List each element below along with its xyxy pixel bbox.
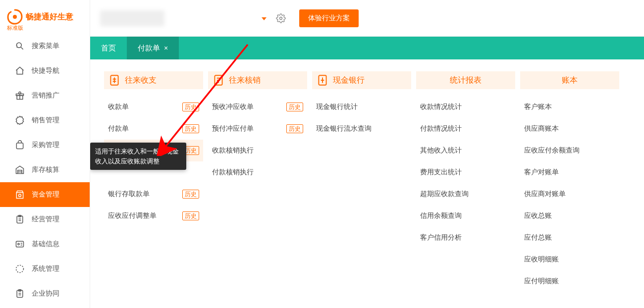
menu-item[interactable]: 客户账本 [520, 96, 619, 118]
main-content: 往来收支 收款单历史付款单历史其他收入单?历史费用支出单历史银行存取款单历史应收… [90, 59, 644, 308]
help-tooltip: 适用于往来收入和一般性现金收入以及应收账款调整 [90, 143, 186, 170]
history-tag[interactable]: 历史 [182, 103, 199, 111]
svg-point-1 [13, 15, 17, 19]
sidebar-item-sales-mgmt[interactable]: 销售管理 [0, 108, 90, 133]
history-tag[interactable]: 历史 [182, 211, 199, 220]
menu-item-label: 客户对账单 [524, 168, 559, 177]
menu-item-label: 供应商对账单 [524, 190, 566, 199]
tab-home[interactable]: 首页 [90, 37, 127, 59]
org-caret[interactable] [259, 14, 267, 22]
sidebar-item-operate-mgmt[interactable]: 经营管理 [0, 207, 90, 232]
menu-item[interactable]: 应收明细账 [520, 249, 619, 270]
sidebar-item-label: 搜索菜单 [32, 42, 59, 51]
tab-paybill[interactable]: 付款单× [127, 37, 179, 59]
top-header: 体验行业方案 [90, 0, 644, 37]
history-tag[interactable]: 历史 [182, 124, 199, 133]
column-header: 现金银行 [312, 71, 411, 89]
sidebar-item-quick-nav[interactable]: 快捷导航 [0, 58, 90, 83]
svg-point-10 [18, 243, 19, 245]
menu-item[interactable]: 付款核销执行 [208, 161, 307, 183]
menu-item[interactable]: 费用支出统计 [416, 161, 515, 183]
history-tag[interactable]: 历史 [286, 124, 303, 133]
menu-item[interactable]: 现金银行流水查询 [312, 118, 411, 140]
menu-item-label: 现金银行统计 [316, 103, 358, 111]
column-ledger: 账本 客户账本供应商账本应收应付余额查询客户对账单供应商对账单应收总账应付总账应… [520, 71, 619, 303]
svg-point-6 [19, 194, 21, 197]
history-tag[interactable]: 历史 [182, 190, 199, 199]
sidebar-item-basic-info[interactable]: 基础信息 [0, 232, 90, 257]
logo-icon [7, 9, 23, 25]
logo-edition: 标准版 [7, 24, 23, 32]
close-icon[interactable]: × [164, 44, 168, 52]
menu-item[interactable]: 应付明细账 [520, 270, 619, 292]
org-selector-blurred [100, 10, 164, 26]
menu-item-label: 预付冲应付单 [212, 124, 254, 133]
menu-item-label: 应收明细账 [524, 255, 559, 264]
menu-item[interactable]: 供应商对账单 [520, 183, 619, 205]
sidebar-item-label: 系统管理 [32, 264, 59, 273]
svg-point-0 [280, 17, 282, 19]
menu-item[interactable]: 客户对账单 [520, 161, 619, 183]
sidebar-item-label: 经营管理 [32, 215, 59, 224]
column-header: 往来收支 [104, 71, 203, 89]
menu-item[interactable]: 收款单历史 [104, 96, 203, 118]
sidebar-item-label: 基础信息 [32, 240, 59, 249]
history-tag[interactable]: 历史 [286, 103, 303, 111]
menu-item[interactable]: 其他收入统计 [416, 140, 515, 161]
menu-item[interactable]: 收款情况统计 [416, 96, 515, 118]
menu-item-label: 付款核销执行 [212, 168, 254, 177]
sidebar-item-label: 企业协同 [32, 289, 59, 298]
menu-item-label: 费用支出统计 [420, 168, 462, 177]
sidebar-item-marketing[interactable]: 营销推广 [0, 83, 90, 108]
menu-item[interactable]: 付款情况统计 [416, 118, 515, 140]
column-reports: 统计报表 收款情况统计付款情况统计其他收入统计费用支出统计超期应收款查询信用余额… [416, 71, 515, 303]
menu-item-label: 其他收入统计 [420, 146, 462, 155]
column-title: 账本 [562, 75, 578, 86]
doc-icon [212, 74, 225, 87]
menu-item[interactable]: 应付总账 [520, 227, 619, 249]
menu-item-label: 预收冲应收单 [212, 103, 254, 111]
sidebar-item-system-mgmt[interactable]: 系统管理 [0, 257, 90, 281]
menu-item-label: 收款核销执行 [212, 146, 254, 155]
settings-button[interactable] [272, 10, 289, 27]
menu-item-label: 银行存取款单 [108, 190, 150, 199]
menu-item[interactable]: 信用余额查询 [416, 205, 515, 227]
sidebar-item-stock-calc[interactable]: 库存核算 [0, 157, 90, 182]
menu-item[interactable]: 预付冲应付单历史 [208, 118, 307, 140]
menu-item-label: 付款情况统计 [420, 124, 462, 133]
menu-item[interactable]: 现金银行统计 [312, 96, 411, 118]
menu-item[interactable]: 客户信用分析 [416, 227, 515, 249]
doc-icon [108, 74, 121, 87]
menu-item-label: 供应商账本 [524, 124, 559, 133]
badge-icon [15, 115, 25, 125]
sidebar: 畅捷通好生意 标准版 搜索菜单快捷导航营销推广销售管理采购管理库存核算资金管理经… [0, 0, 90, 308]
svg-rect-9 [16, 241, 24, 247]
sidebar-item-ent-collab[interactable]: 企业协同 [0, 281, 90, 306]
search-icon [15, 41, 25, 51]
circle-icon [15, 264, 25, 274]
try-industry-button[interactable]: 体验行业方案 [299, 9, 359, 27]
menu-item[interactable]: 应收应付调整单历史 [104, 205, 203, 227]
menu-item[interactable]: 银行存取款单历史 [104, 183, 203, 205]
menu-item[interactable]: 应收总账 [520, 205, 619, 227]
menu-item[interactable]: 超期应收款查询 [416, 183, 515, 205]
menu-item[interactable]: 预收冲应收单历史 [208, 96, 307, 118]
menu-item-label: 信用余额查询 [420, 211, 462, 220]
menu-item[interactable]: 供应商账本 [520, 118, 619, 140]
menu-item-label: 收款情况统计 [420, 103, 462, 111]
menu-item[interactable]: 付款单历史 [104, 118, 203, 140]
sidebar-item-fund-mgmt[interactable]: 资金管理 [0, 182, 90, 207]
menu-item-label: 应付明细账 [524, 277, 559, 286]
gear-icon [276, 13, 286, 23]
sidebar-item-search-menu[interactable]: 搜索菜单 [0, 34, 90, 58]
gift-icon [15, 91, 25, 101]
menu-item-label: 应收应付调整单 [108, 211, 157, 220]
menu-item[interactable]: 应收应付余额查询 [520, 140, 619, 161]
sidebar-item-purchase-mgmt[interactable]: 采购管理 [0, 133, 90, 157]
logo-text: 畅捷通好生意 [26, 12, 73, 22]
menu-item-label: 现金银行流水查询 [316, 124, 372, 133]
menu-item-label: 应付总账 [524, 233, 552, 242]
tab-strip: 首页付款单× [90, 37, 644, 59]
money-icon [15, 190, 25, 200]
menu-item[interactable]: 收款核销执行 [208, 140, 307, 161]
